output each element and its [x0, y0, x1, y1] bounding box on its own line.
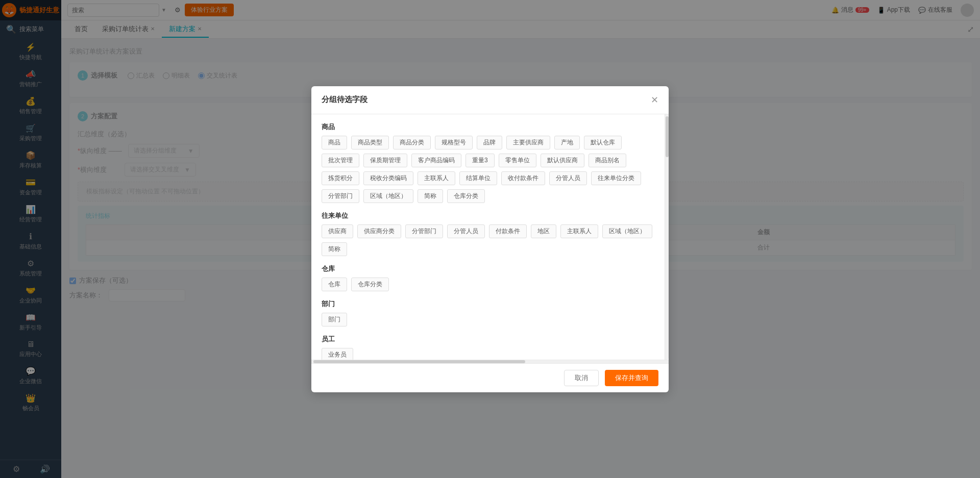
field-tag[interactable]: 拣货积分 — [322, 171, 359, 185]
field-tag[interactable]: 业务员 — [322, 348, 353, 360]
field-tag[interactable]: 主联系人 — [418, 171, 455, 185]
field-tag[interactable]: 主要供应商 — [506, 136, 550, 149]
field-tags: 仓库仓库分类 — [322, 278, 654, 291]
field-tag[interactable]: 付款条件 — [489, 224, 527, 238]
modal-body: 商品商品商品类型商品分类规格型号品牌主要供应商产地默认仓库批次管理保质期管理客户… — [311, 114, 665, 360]
field-tag[interactable]: 默认供应商 — [541, 154, 584, 167]
field-tag[interactable]: 区域（地区） — [602, 224, 652, 238]
field-tag[interactable]: 商品 — [322, 136, 347, 149]
field-tag[interactable]: 收付款条件 — [501, 171, 545, 185]
field-tag[interactable]: 商品分类 — [393, 136, 431, 149]
field-tag[interactable]: 仓库分类 — [447, 189, 485, 203]
field-section-往来单位: 往来单位供应商供应商分类分管部门分管人员付款条件地区主联系人区域（地区）简称 — [322, 211, 654, 256]
field-tag[interactable]: 结算单位 — [459, 171, 497, 185]
field-tag[interactable]: 客户商品编码 — [411, 154, 461, 167]
field-tag[interactable]: 地区 — [531, 224, 556, 238]
field-section-商品: 商品商品商品类型商品分类规格型号品牌主要供应商产地默认仓库批次管理保质期管理客户… — [322, 122, 654, 203]
field-tag[interactable]: 默认仓库 — [584, 136, 622, 149]
field-tags: 部门 — [322, 313, 654, 326]
field-section-title: 商品 — [322, 122, 654, 132]
field-tag[interactable]: 主联系人 — [560, 224, 598, 238]
field-tags: 业务员 — [322, 348, 654, 360]
field-tag[interactable]: 商品别名 — [589, 154, 626, 167]
field-tags: 供应商供应商分类分管部门分管人员付款条件地区主联系人区域（地区）简称 — [322, 224, 654, 256]
field-section-title: 仓库 — [322, 264, 654, 273]
field-section-title: 部门 — [322, 299, 654, 309]
field-select-modal: 分组待选字段 ✕ 商品商品商品类型商品分类规格型号品牌主要供应商产地默认仓库批次… — [311, 86, 669, 392]
field-section-仓库: 仓库仓库仓库分类 — [322, 264, 654, 291]
field-section-title: 往来单位 — [322, 211, 654, 220]
field-tag[interactable]: 批次管理 — [322, 154, 359, 167]
field-tag[interactable]: 仓库 — [322, 278, 347, 291]
modal-title: 分组待选字段 — [322, 95, 368, 105]
field-section-title: 员工 — [322, 335, 654, 344]
field-tags: 商品商品类型商品分类规格型号品牌主要供应商产地默认仓库批次管理保质期管理客户商品… — [322, 136, 654, 203]
field-tag[interactable]: 供应商分类 — [357, 224, 401, 238]
modal-close-icon[interactable]: ✕ — [651, 94, 658, 106]
modal-scrollbar[interactable] — [665, 114, 669, 360]
modal-footer: 取消 保存并查询 — [311, 363, 669, 392]
field-tag[interactable]: 分管人员 — [447, 224, 485, 238]
field-tag[interactable]: 产地 — [554, 136, 580, 149]
modal-header: 分组待选字段 ✕ — [311, 86, 669, 114]
field-tag[interactable]: 品牌 — [477, 136, 502, 149]
field-tag[interactable]: 部门 — [322, 313, 347, 326]
field-section-员工: 员工业务员 — [322, 335, 654, 360]
field-tag[interactable]: 往来单位分类 — [591, 171, 641, 185]
field-tag[interactable]: 简称 — [418, 189, 443, 203]
field-tag[interactable]: 仓库分类 — [351, 278, 389, 291]
field-tag[interactable]: 保质期管理 — [363, 154, 407, 167]
field-tag[interactable]: 简称 — [322, 242, 347, 256]
field-tag[interactable]: 分管部门 — [322, 189, 359, 203]
confirm-button[interactable]: 保存并查询 — [605, 370, 658, 386]
field-tag[interactable]: 税收分类编码 — [363, 171, 413, 185]
field-tag[interactable]: 零售单位 — [499, 154, 536, 167]
field-tag[interactable]: 分管部门 — [405, 224, 443, 238]
field-tag[interactable]: 规格型号 — [435, 136, 473, 149]
modal-scrollbar-thumb — [666, 116, 669, 157]
field-tag[interactable]: 供应商 — [322, 224, 353, 238]
field-tag[interactable]: 重量3 — [465, 154, 495, 167]
field-tag[interactable]: 商品类型 — [351, 136, 389, 149]
cancel-button[interactable]: 取消 — [564, 370, 599, 386]
field-tag[interactable]: 分管人员 — [549, 171, 587, 185]
field-tag[interactable]: 区域（地区） — [363, 189, 413, 203]
field-section-部门: 部门部门 — [322, 299, 654, 326]
modal-hscrollbar[interactable] — [311, 360, 669, 363]
